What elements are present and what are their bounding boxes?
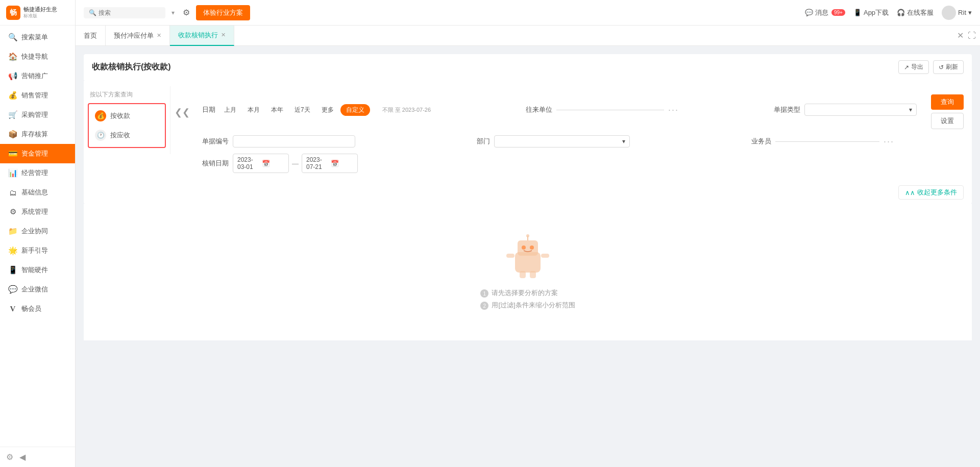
sidebar-item-corp[interactable]: 📁 企业协同 — [0, 222, 75, 241]
service-icon: 🎧 — [897, 9, 905, 16]
filter-group-docno: 单据编号 — [202, 135, 355, 148]
sidebar-item-finance[interactable]: 💳 资金管理 — [0, 144, 75, 163]
writeoff-start-input[interactable]: 2023-03-01 📅 — [233, 154, 289, 173]
sidebar-item-basic[interactable]: 🗂 基础信息 — [0, 183, 75, 202]
sidebar-bottom: ⚙ ◀ — [0, 447, 75, 467]
dept-chevron-icon: ▾ — [622, 138, 625, 145]
sidebar-label-basic: 基础信息 — [21, 188, 48, 197]
writeoff-end-cal-icon[interactable]: 📅 — [331, 160, 353, 167]
counterpart-dots-icon[interactable]: ··· — [668, 105, 679, 115]
filter-receivable-label: 按应收 — [110, 131, 130, 140]
tabs-bar: 首页 预付冲应付单 ✕ 收款核销执行 ✕ ✕ ⛶ — [76, 26, 980, 46]
collapse-more-section: ∧∧ 收起更多条件 — [84, 181, 972, 204]
sidebar-item-biz[interactable]: 📊 经营管理 — [0, 163, 75, 183]
filter-area: 按以下方案查询 💰 按收款 🕐 按应收 — [84, 80, 972, 181]
topbar-search-input[interactable] — [99, 9, 160, 16]
filter-options-box: 💰 按收款 🕐 按应收 — [88, 103, 166, 148]
user-chevron-icon: ▾ — [968, 9, 972, 16]
sidebar-label-finance: 资金管理 — [21, 149, 48, 158]
tab-maximize-icon[interactable]: ⛶ — [968, 31, 976, 40]
tab-receipt-close-icon[interactable]: ✕ — [221, 32, 226, 38]
collapse-up-icon: ∧∧ — [905, 189, 915, 196]
doctype-select[interactable]: ▾ — [804, 104, 917, 116]
filter-option-by-receipt[interactable]: 💰 按收款 — [91, 106, 163, 126]
filter-receipt-icon: 💰 — [95, 110, 106, 121]
sidebar-item-hardware[interactable]: 📱 智能硬件 — [0, 260, 75, 280]
sidebar-item-member[interactable]: V 畅会员 — [0, 299, 75, 318]
hint1-text: 请先选择要分析的方案 — [492, 288, 558, 298]
biz-icon: 📊 — [8, 168, 17, 178]
sidebar-label-quicknav: 快捷导航 — [21, 52, 48, 61]
tab-close-all-icon[interactable]: ✕ — [957, 31, 964, 40]
filter-group-staff: 业务员 ··· — [751, 136, 894, 147]
topbar-chevron-icon[interactable]: ▾ — [172, 9, 175, 16]
sidebar-item-guide[interactable]: 🌟 新手引导 — [0, 241, 75, 260]
sidebar-label-purchase: 采购管理 — [21, 110, 48, 119]
docno-input[interactable] — [233, 135, 355, 148]
guide-icon: 🌟 — [8, 246, 17, 255]
filter-group-writeoff: 核销日期 2023-03-01 📅 — 2023-07-21 📅 — [202, 154, 358, 173]
writeoff-end-input[interactable]: 2023-07-21 📅 — [302, 154, 358, 173]
sidebar-logo: 畅 畅捷通好生意 标准版 — [0, 0, 75, 26]
topbar-search-box[interactable]: 🔍 — [84, 7, 165, 18]
sidebar-item-search[interactable]: 🔍 搜索菜单 — [0, 28, 75, 47]
sidebar-item-system[interactable]: ⚙ 系统管理 — [0, 202, 75, 222]
query-button[interactable]: 查询 — [931, 94, 964, 110]
settings-gear-icon[interactable]: ⚙ — [6, 452, 13, 462]
counterpart-input-area — [556, 110, 664, 110]
sidebar-label-corp: 企业协同 — [21, 227, 48, 236]
tab-home[interactable]: 首页 — [76, 26, 106, 46]
solution-button[interactable]: 体验行业方案 — [196, 5, 250, 20]
message-item[interactable]: 💬 消息 99+ — [805, 8, 845, 17]
tab-prepay-close-icon[interactable]: ✕ — [157, 32, 161, 39]
tabs-right-actions: ✕ ⛶ — [957, 31, 980, 40]
sidebar-item-purchase[interactable]: 🛒 采购管理 — [0, 105, 75, 125]
date-btn-thisyear[interactable]: 本年 — [266, 104, 288, 116]
logo-name: 畅捷通好生意 — [23, 6, 57, 13]
writeoff-date-dash: — — [292, 160, 299, 167]
svg-rect-9 — [530, 271, 536, 278]
sidebar-collapse-icon[interactable]: ◀ — [19, 452, 26, 462]
sidebar-item-sales[interactable]: 💰 销售管理 — [0, 86, 75, 105]
filter-sidebar-collapse-btn[interactable]: ❮❮ — [170, 107, 194, 118]
collapse-more-button[interactable]: ∧∧ 收起更多条件 — [898, 185, 964, 200]
export-button[interactable]: ↗ 导出 — [898, 60, 929, 74]
service-label: 在线客服 — [907, 8, 934, 17]
sidebar-item-wechat[interactable]: 💬 企业微信 — [0, 280, 75, 299]
counterpart-label: 往来单位 — [526, 105, 552, 114]
sidebar-label-marketing: 营销推广 — [21, 71, 48, 81]
topbar-right: 💬 消息 99+ 📱 App下载 🎧 在线客服 Rit ▾ — [805, 6, 972, 20]
filter-option-by-receivable[interactable]: 🕐 按应收 — [91, 126, 163, 145]
page-header-actions: ↗ 导出 ↺ 刷新 — [898, 60, 964, 74]
step1-num: 1 — [480, 289, 488, 298]
message-label: 消息 — [815, 8, 828, 17]
main-area: 🔍 ▾ ⚙ 体验行业方案 💬 消息 99+ 📱 App下载 🎧 在线客服 Rit — [76, 0, 980, 467]
sidebar-item-inventory[interactable]: 📦 库存核算 — [0, 125, 75, 144]
date-btn-more[interactable]: 更多 — [317, 104, 338, 116]
app-download-item[interactable]: 📱 App下载 — [853, 8, 889, 17]
date-btn-lastmonth[interactable]: 上月 — [219, 104, 241, 116]
svg-point-3 — [530, 245, 534, 250]
date-btn-thismonth[interactable]: 本月 — [243, 104, 264, 116]
svg-rect-6 — [506, 254, 514, 258]
tab-receipt[interactable]: 收款核销执行 ✕ — [170, 26, 234, 46]
writeoff-date-label: 核销日期 — [202, 159, 229, 168]
dept-select[interactable]: ▾ — [494, 135, 630, 148]
staff-dots-icon[interactable]: ··· — [884, 136, 894, 147]
setting-button[interactable]: 设置 — [931, 113, 964, 129]
user-avatar-item[interactable]: Rit ▾ — [942, 6, 972, 20]
empty-hint-1: 1 请先选择要分析的方案 — [480, 288, 575, 298]
refresh-button[interactable]: ↺ 刷新 — [933, 60, 964, 74]
topbar-search-icon: 🔍 — [89, 9, 96, 16]
sidebar-label-sales: 销售管理 — [21, 91, 48, 100]
sidebar-label-system: 系统管理 — [21, 207, 48, 216]
filter-group-dept: 部门 ▾ — [477, 135, 630, 148]
writeoff-start-cal-icon[interactable]: 📅 — [262, 160, 284, 167]
date-btn-custom[interactable]: 自定义 — [340, 104, 370, 116]
topbar-gear-icon[interactable]: ⚙ — [183, 8, 190, 17]
sidebar-item-quicknav[interactable]: 🏠 快捷导航 — [0, 47, 75, 66]
sidebar-item-marketing[interactable]: 📢 营销推广 — [0, 66, 75, 86]
date-btn-7days[interactable]: 近7天 — [290, 104, 315, 116]
tab-prepay[interactable]: 预付冲应付单 ✕ — [106, 26, 170, 46]
service-item[interactable]: 🎧 在线客服 — [897, 8, 934, 17]
